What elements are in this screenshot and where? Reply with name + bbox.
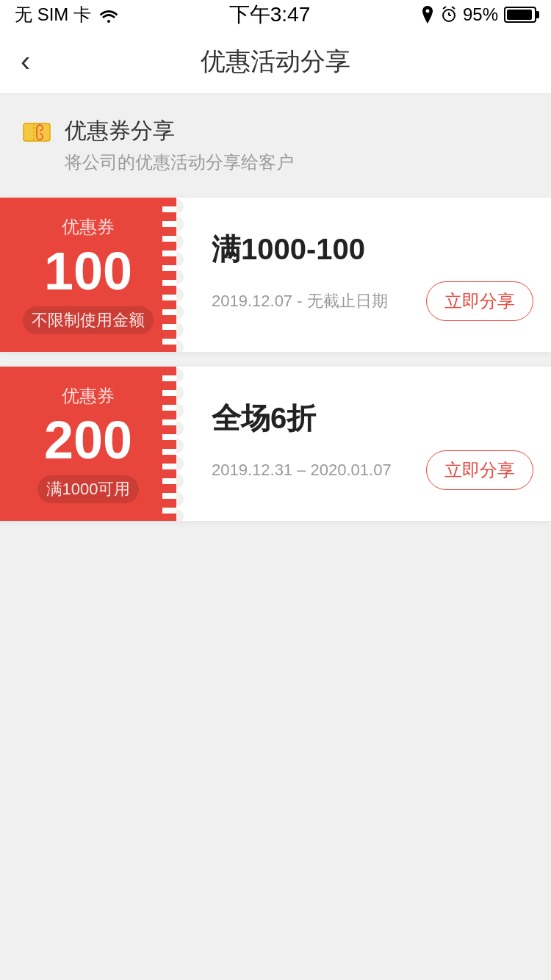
nav-bar: ‹ 优惠活动分享 <box>0 29 551 94</box>
share-button-2[interactable]: 立即分享 <box>426 450 533 490</box>
coupon-amount-1: 100 <box>44 245 132 298</box>
coupon-left-2: 优惠券 200 满1000可用 <box>0 367 176 521</box>
status-bar: 无 SIM 卡 下午3:47 95% <box>0 0 551 29</box>
section-header: 优惠券分享 将公司的优惠活动分享给客户 <box>0 94 551 186</box>
section-subtitle: 将公司的优惠活动分享给客户 <box>65 151 294 174</box>
coupon-list: 优惠券 100 不限制使用金额 满1000-100 2019.12.07 - 无… <box>0 186 551 547</box>
coupon-condition-1: 不限制使用金额 <box>23 306 154 334</box>
coupon-label-2: 优惠券 <box>62 384 115 408</box>
coupon-connector-1 <box>176 198 194 352</box>
coupon-right-1: 满1000-100 2019.12.07 - 无截止日期 立即分享 <box>194 198 551 352</box>
battery-icon <box>504 7 536 23</box>
status-time: 下午3:47 <box>229 1 311 29</box>
coupon-name-1: 满1000-100 <box>212 229 533 270</box>
svg-line-3 <box>443 7 446 9</box>
empty-space <box>0 547 551 915</box>
nav-title: 优惠活动分享 <box>201 45 350 79</box>
sim-text: 无 SIM 卡 <box>15 3 91 26</box>
coupon-date-1: 2019.12.07 - 无截止日期 <box>212 290 417 312</box>
coupon-section-icon <box>21 116 53 148</box>
coupon-meta-2: 2019.12.31 – 2020.01.07 立即分享 <box>212 450 533 490</box>
coupon-date-2: 2019.12.31 – 2020.01.07 <box>212 461 417 480</box>
status-right: 95% <box>420 4 536 25</box>
svg-line-4 <box>452 7 455 9</box>
alarm-icon <box>441 6 457 24</box>
coupon-left-1: 优惠券 100 不限制使用金额 <box>0 198 176 352</box>
share-button-1[interactable]: 立即分享 <box>426 281 533 321</box>
coupon-card-2: 优惠券 200 满1000可用 全场6折 2019.12.31 – 2020.0… <box>0 367 551 521</box>
coupon-label-1: 优惠券 <box>62 215 115 239</box>
coupon-condition-2: 满1000可用 <box>37 475 140 503</box>
section-text-block: 优惠券分享 将公司的优惠活动分享给客户 <box>65 116 294 174</box>
back-button[interactable]: ‹ <box>21 45 30 78</box>
coupon-connector-2 <box>176 367 194 521</box>
location-icon <box>420 6 435 24</box>
coupon-meta-1: 2019.12.07 - 无截止日期 立即分享 <box>212 281 533 321</box>
status-left: 无 SIM 卡 <box>15 3 119 26</box>
coupon-amount-2: 200 <box>44 414 132 466</box>
coupon-right-2: 全场6折 2019.12.31 – 2020.01.07 立即分享 <box>194 367 551 521</box>
wifi-icon <box>98 7 119 23</box>
section-title: 优惠券分享 <box>65 116 294 146</box>
battery-percent: 95% <box>463 4 498 25</box>
coupon-card-1: 优惠券 100 不限制使用金额 满1000-100 2019.12.07 - 无… <box>0 198 551 352</box>
coupon-name-2: 全场6折 <box>212 398 533 439</box>
